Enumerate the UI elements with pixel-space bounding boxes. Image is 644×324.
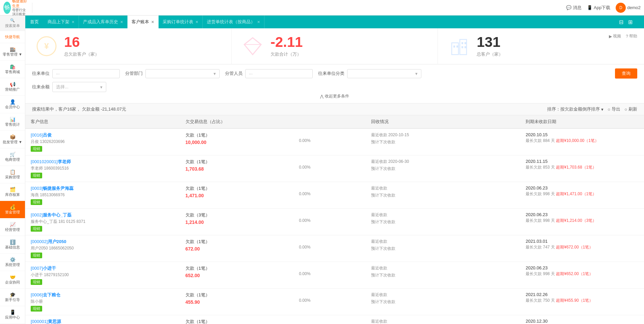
cell-payment-4: 最近收款 预计下次收款 [366, 235, 521, 262]
sidebar-item-retail-mall[interactable]: 🛍️ 零售商城 [0, 61, 25, 78]
svg-rect-4 [452, 43, 458, 55]
from-unit-input[interactable]: ··· [52, 69, 120, 78]
overdue-link[interactable]: 超期¥455.90（1笔） [556, 298, 593, 303]
debt-ratio: 0.00% [299, 192, 360, 196]
sidebar-item-retail-mgmt[interactable]: 🏬 零售管理 ▼ [0, 43, 25, 61]
manager-input[interactable]: ··· [245, 69, 313, 78]
overdue-link[interactable]: 超期¥672.00（1笔） [556, 245, 593, 249]
cell-expire-0: 2020.10.15 最长欠款 884 天 超期¥10,000.00（1笔） [520, 128, 644, 155]
tab-close-product-online[interactable]: ✕ [72, 20, 75, 24]
customer-name-link[interactable]: [0002]服务中心_丁磊 [31, 212, 72, 217]
table-row: [0007]小进干 小进干 18279152100 现销 欠款（1笔） 652.… [25, 262, 644, 289]
tab-goods-stats[interactable]: 进货单统计表（按商品） ✕ [203, 16, 264, 28]
tab-minimize-btn[interactable]: ⊟ [618, 19, 625, 25]
customer-name-link[interactable]: [000001]黄思源 [31, 319, 61, 324]
sidebar-item-batch-mgmt[interactable]: 📦 批发管理 ▼ [0, 131, 25, 148]
svg-rect-9 [465, 42, 466, 44]
cell-expire-3: 2020.06.23 最长欠款 998 天 超期¥1,214.00（3笔） [520, 209, 644, 235]
sort-btn[interactable]: 排序：按欠款金额倒序排序 ▾ [547, 106, 604, 112]
cell-customer-1: [0001020001]李老师 李老师 18600391516 现销 [25, 155, 180, 182]
collapse-btn[interactable]: ⋀ 收起更多条件 [32, 93, 637, 99]
customer-name-link[interactable]: [000002]用户2050 [31, 239, 66, 244]
app-download-btn[interactable]: 📱 App下载 [587, 5, 610, 11]
customer-sub: 服务中心_丁磊 181 0125 8371 [31, 219, 175, 225]
card-total-customers: 131 总客户（家） ▶ 视频 ? 帮助 [438, 28, 644, 64]
svg-marker-2 [244, 38, 261, 55]
card-debt-customers: ¥ 16 总欠款客户（家） [25, 28, 232, 64]
cell-payment-6: 最近收款 预计下次收款 [366, 289, 521, 315]
video-icon: ▶ [609, 34, 612, 39]
customer-name-link[interactable]: [0001020001]李老师 [31, 159, 71, 164]
tab-close-customer-account[interactable]: ✕ [151, 20, 154, 24]
debt-ratio: 0.00% [299, 298, 360, 303]
filter-balance: 往来余额 选择... ▾ [32, 82, 106, 92]
sidebar-item-quick-nav[interactable]: 快捷导航 [0, 31, 25, 43]
collapse-icon: ⋀ [320, 94, 324, 99]
overdue-link[interactable]: 超期¥10,000.00（1笔） [556, 138, 599, 143]
cell-ratio-2: 0.00% [293, 182, 365, 209]
unit-category-select[interactable]: ▾ [347, 69, 421, 78]
user-profile[interactable]: D demo2 [616, 3, 641, 13]
tab-close-product-history[interactable]: ✕ [120, 20, 123, 24]
cell-payment-2: 最近收款 预计下次收款 [366, 182, 521, 209]
tab-purchase-stats[interactable]: 采购订单统计表 ✕ [159, 16, 203, 28]
debt-ratio: 0.00% [299, 218, 360, 223]
help-btn[interactable]: ? 帮助 [626, 33, 637, 39]
sidebar-item-purchase[interactable]: 📋 采购管理 [0, 166, 25, 183]
tab-home[interactable]: 首页 [25, 16, 44, 28]
card-diamond-icon [242, 35, 264, 57]
debt-amount: 1,214.00 [186, 219, 288, 225]
tab-close-goods-stats[interactable]: ✕ [257, 20, 260, 24]
refresh-btn[interactable]: ○ 刷新 [624, 106, 637, 112]
tab-product-online[interactable]: 商品上下架 ✕ [44, 16, 79, 28]
debt-ratio: 0.00% [299, 245, 360, 249]
export-btn[interactable]: ○ 导出 [608, 106, 620, 112]
customer-badge: 现销 [31, 199, 42, 205]
card-debt-amount: -2.11 欠款合计（万） [232, 28, 438, 64]
cell-customer-0: [0016]吕俊 吕俊 13026203696 现销 [25, 128, 180, 155]
overdue-link[interactable]: 超期¥652.00（1笔） [556, 271, 593, 276]
ecommerce-icon: 🛒 [1, 152, 24, 157]
debt-count: 欠款（3笔） [186, 212, 288, 218]
logo-text: 畅捷通好生意 母婴行业演示账套 [12, 0, 29, 16]
customer-name-link[interactable]: [0016]吕俊 [31, 132, 52, 138]
customer-name-link[interactable]: [0003]畅捷服务尹海蕊 [31, 186, 74, 191]
tab-close-purchase-stats[interactable]: ✕ [195, 20, 198, 24]
batch-mgmt-icon: 📦 [1, 134, 24, 140]
sidebar-search[interactable]: 🔍 搜索菜单 [0, 16, 25, 31]
table-row: [0006]去下粮仓 陈小册 现销 欠款（1笔） 455.90 0.00% 最近… [25, 289, 644, 315]
sidebar-item-ecommerce[interactable]: 🛒 电商管理 [0, 148, 25, 166]
tab-maximize-btn[interactable]: ⊞ [627, 19, 634, 25]
overdue-link[interactable]: 超期¥1,703.68（1笔） [556, 165, 596, 170]
svg-rect-7 [456, 46, 458, 48]
cell-payment-1: 最近收款 2020-06-30 预计下次收款 [366, 155, 521, 182]
customer-badge: 现销 [31, 253, 42, 258]
cell-payment-7: 最近收款 预计下次收款 [366, 315, 521, 324]
sidebar-item-newbie[interactable]: 🎓 新手引导 [0, 289, 25, 306]
dept-select[interactable]: ▾ [145, 69, 220, 78]
sidebar-item-finance[interactable]: 💰 资金管理 [0, 201, 25, 218]
sidebar-item-marketing[interactable]: 📢 营销推广 [0, 78, 25, 96]
expire-date: 2020.06.23 [526, 185, 639, 190]
sidebar-item-inventory[interactable]: 🗂️ 库存核算 [0, 183, 25, 201]
video-btn[interactable]: ▶ 视频 [609, 33, 621, 39]
sidebar-item-system[interactable]: ⚙️ 系统管理 [0, 254, 25, 271]
customer-name-link[interactable]: [0007]小进干 [31, 266, 56, 271]
tab-product-history[interactable]: 产成品入库单历史 ✕ [79, 16, 128, 28]
customer-name-link[interactable]: [0006]去下粮仓 [31, 292, 60, 297]
sidebar-item-basic-info[interactable]: ℹ️ 基础信息 [0, 236, 25, 254]
balance-select[interactable]: 选择... ▾ [52, 82, 106, 92]
sidebar-item-enterprise[interactable]: 🤝 企业协同 [0, 271, 25, 289]
sidebar-item-app-center[interactable]: 📱 应用中心 [0, 306, 25, 324]
sidebar-item-operations[interactable]: 📈 经营管理 [0, 218, 25, 236]
sidebar-item-retail-stats[interactable]: 📊 零售统计 [0, 113, 25, 131]
sidebar-item-member[interactable]: 👤 会员中心 [0, 96, 25, 113]
overdue-link[interactable]: 超期¥1,214.00（3笔） [556, 218, 596, 223]
overdue-link[interactable]: 超期¥1,471.00（1笔） [556, 192, 596, 196]
tab-customer-account[interactable]: 客户账本 ✕ [128, 16, 159, 28]
message-btn[interactable]: 💬 消息 [566, 5, 582, 11]
basic-info-icon: ℹ️ [1, 239, 24, 245]
query-button[interactable]: 查询 [615, 68, 637, 79]
filter-row-2: 往来余额 选择... ▾ [32, 82, 637, 92]
customer-badge: 现销 [31, 279, 42, 285]
